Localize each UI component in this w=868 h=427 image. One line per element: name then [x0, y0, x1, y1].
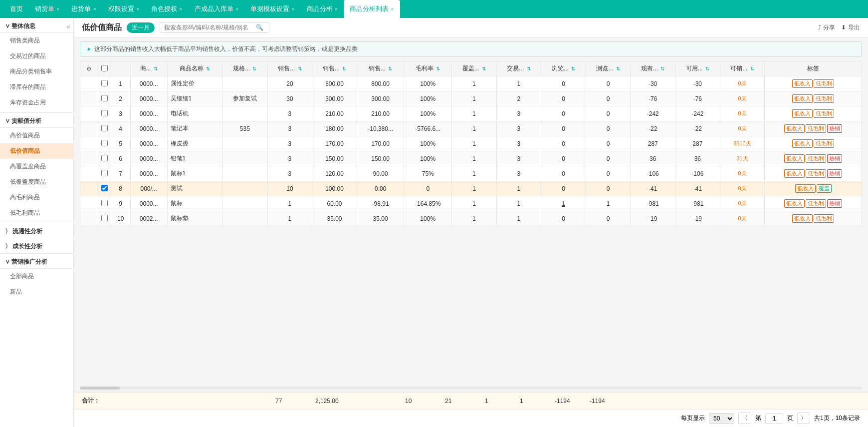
row-checkbox-cell[interactable] — [98, 121, 111, 136]
row-checkbox-cell[interactable] — [98, 211, 111, 226]
col-settings[interactable]: ⚙ — [80, 61, 98, 76]
sidebar-liquidity-title[interactable]: 〉 流通性分析 — [5, 227, 42, 236]
row-spec — [222, 76, 268, 91]
nav-purchase-order[interactable]: 进货单 × — [65, 0, 102, 18]
row-checkbox[interactable] — [101, 185, 108, 191]
share-button[interactable]: ⤴ 分享 — [818, 23, 835, 32]
col-margin[interactable]: 毛利率 ⇅ — [404, 61, 452, 76]
row-checkbox-cell[interactable] — [98, 151, 111, 166]
page-number-input[interactable] — [765, 414, 783, 424]
row-checkbox-cell[interactable] — [98, 106, 111, 121]
nav-close-icon5[interactable]: × — [235, 6, 238, 12]
per-page-select[interactable]: 50 100 200 — [709, 413, 734, 424]
nav-close-icon3[interactable]: × — [136, 6, 139, 12]
nav-close-icon[interactable]: × — [56, 6, 59, 12]
next-page-button[interactable]: 〉 — [797, 413, 810, 424]
row-coverage: 1 — [452, 106, 497, 121]
row-settings — [80, 211, 98, 226]
settings-icon[interactable]: ⚙ — [86, 65, 92, 72]
sidebar-item-traded-products[interactable]: 交易过的商品 — [0, 48, 73, 64]
row-day: 0天 — [720, 76, 765, 91]
row-name: 测试 — [167, 181, 222, 196]
row-checkbox-cell[interactable] — [98, 76, 111, 91]
row-checkbox[interactable] — [101, 155, 108, 161]
nav-product-analysis[interactable]: 商品分析 × — [301, 0, 344, 18]
filter-recent-month-button[interactable]: 近一月 — [127, 22, 155, 33]
row-checkbox[interactable] — [101, 200, 108, 206]
col-code[interactable]: 商... ⇅ — [130, 61, 167, 76]
row-checkbox-cell[interactable] — [98, 91, 111, 106]
prev-page-button[interactable]: 〈 — [738, 413, 751, 424]
row-checkbox[interactable] — [101, 215, 108, 221]
row-name: 铅笔1 — [167, 151, 222, 166]
nav-template-settings[interactable]: 单据模板设置 × — [244, 0, 300, 18]
col-s2[interactable]: 销售... ⇅ — [312, 61, 357, 76]
nav-analysis-list[interactable]: 商品分析列表 × — [344, 0, 400, 18]
export-button[interactable]: ⬇ 导出 — [841, 23, 860, 32]
sidebar-item-high-coverage[interactable]: 高覆盖度商品 — [0, 159, 73, 174]
nav-close-icon4[interactable]: × — [179, 6, 182, 12]
col-num — [111, 61, 130, 76]
row-checkbox[interactable] — [101, 170, 108, 176]
nav-close-icon7[interactable]: × — [335, 6, 338, 12]
nav-close-icon8[interactable]: × — [391, 6, 394, 12]
col-transaction[interactable]: 交易... ⇅ — [496, 61, 541, 76]
row-checkbox-cell[interactable] — [98, 196, 111, 211]
nav-product-inbound[interactable]: 产成品入库单 × — [189, 0, 244, 18]
row-checkbox[interactable] — [101, 125, 108, 131]
nav-role-auth[interactable]: 角色授权 × — [145, 0, 188, 18]
sidebar-item-low-coverage[interactable]: 低覆盖度商品 — [0, 174, 73, 190]
row-checkbox[interactable] — [101, 140, 108, 146]
col-spec[interactable]: 规格... ⇅ — [222, 61, 268, 76]
sidebar-item-new-products[interactable]: 新品 — [0, 284, 73, 300]
nav-close-icon2[interactable]: × — [93, 6, 96, 12]
export-icon: ⬇ — [841, 24, 846, 31]
row-views1[interactable]: 1 — [541, 196, 586, 211]
col-current-stock[interactable]: 现有... ⇅ — [631, 61, 675, 76]
col-views2[interactable]: 浏览... ⇅ — [586, 61, 631, 76]
sidebar-item-low-value[interactable]: 低价值商品 — [0, 143, 73, 159]
row-checkbox-cell[interactable] — [98, 136, 111, 151]
row-settings — [80, 121, 98, 136]
row-available: -242 — [675, 106, 720, 121]
sidebar-item-slow-moving[interactable]: 滞库存的商品 — [0, 79, 73, 95]
search-input[interactable] — [164, 24, 254, 31]
sidebar-item-high-value[interactable]: 高价值商品 — [0, 128, 73, 143]
row-s1: 1 — [267, 196, 312, 211]
col-s3[interactable]: 销售... ⇅ — [357, 61, 404, 76]
col-name[interactable]: 商品名称 ⇅ — [167, 61, 222, 76]
col-checkbox[interactable] — [98, 61, 111, 76]
footer-val-v2: 1 — [520, 398, 555, 405]
row-checkbox-cell[interactable] — [98, 181, 111, 196]
sidebar-item-low-margin[interactable]: 低毛利商品 — [0, 205, 73, 221]
row-checkbox-cell[interactable] — [98, 166, 111, 181]
sidebar-collapse-btn[interactable]: « — [66, 22, 70, 30]
row-checkbox[interactable] — [101, 80, 108, 86]
col-s1[interactable]: 销售... ⇅ — [267, 61, 312, 76]
col-views1[interactable]: 浏览... ⇅ — [541, 61, 586, 76]
col-available[interactable]: 可用... ⇅ — [675, 61, 720, 76]
sidebar-item-all-products[interactable]: 全部商品 — [0, 269, 73, 284]
col-coverage[interactable]: 覆盖... ⇅ — [452, 61, 497, 76]
sidebar-item-sales-products[interactable]: 销售类商品 — [0, 33, 73, 48]
row-tags: 低收入低毛利热销 — [765, 151, 862, 166]
nav-home[interactable]: 首页 — [4, 0, 29, 18]
sidebar-item-high-margin[interactable]: 高毛利商品 — [0, 190, 73, 205]
scrollbar-thumb[interactable] — [80, 387, 120, 390]
nav-sales-order[interactable]: 销货单 × — [29, 0, 65, 18]
nav-permissions[interactable]: 权限设置 × — [102, 0, 145, 18]
sidebar: ∨ 整体信息 « 销售类商品 交易过的商品 商品分类销售率 滞库存的商品 库存资… — [0, 18, 74, 427]
product-tag: 低毛利 — [814, 79, 834, 88]
row-checkbox[interactable] — [101, 95, 108, 101]
sidebar-growth-title[interactable]: 〉 成长性分析 — [5, 242, 42, 251]
row-margin: 100% — [404, 211, 452, 226]
sidebar-item-inventory-capital[interactable]: 库存资金占用 — [0, 95, 73, 110]
nav-close-icon6[interactable]: × — [291, 6, 294, 12]
select-all-checkbox[interactable] — [101, 65, 108, 71]
row-checkbox[interactable] — [101, 110, 108, 116]
sidebar-item-category-sales-rate[interactable]: 商品分类销售率 — [0, 64, 73, 79]
row-views2: 0 — [586, 121, 631, 136]
row-margin: 0 — [404, 181, 452, 196]
col-saleable[interactable]: 可销... ⇅ — [720, 61, 765, 76]
horizontal-scrollbar[interactable] — [80, 387, 862, 390]
